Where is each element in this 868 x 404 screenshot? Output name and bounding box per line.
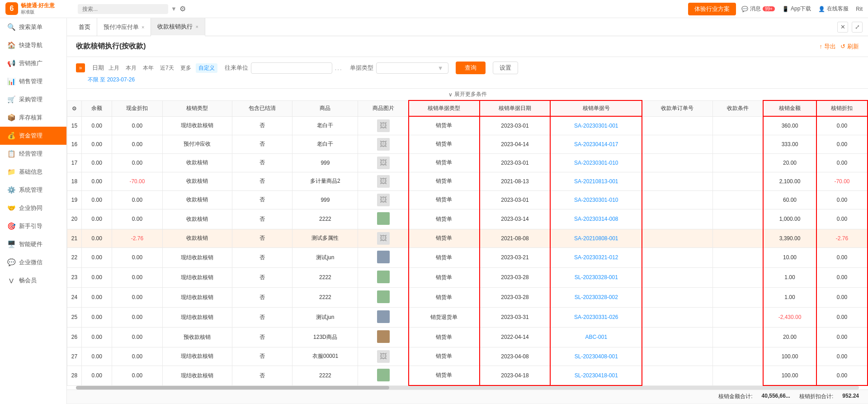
bill-no-link[interactable]: SA-20230301-010 <box>574 160 618 166</box>
query-button[interactable]: 查询 <box>456 62 486 74</box>
cell-cash-discount: 0.00 <box>112 267 162 287</box>
cell-balance: 0.00 <box>82 247 112 267</box>
bill-no-link[interactable]: SL-20230408-001 <box>575 353 618 360</box>
partner-input[interactable] <box>251 62 332 74</box>
cell-bill-no[interactable]: SA-20230314-008 <box>550 209 642 229</box>
sidebar-item-marketing[interactable]: 📢 营销推广 <box>0 54 66 72</box>
cell-discount: 0.00 <box>816 209 868 229</box>
cell-bill-no[interactable]: SA-20230301-010 <box>550 190 642 209</box>
this-month-link[interactable]: 本月 <box>124 63 138 73</box>
bill-type-filter: 单据类型 ▼ <box>350 62 448 74</box>
solution-button[interactable]: 体验行业方案 <box>688 3 736 15</box>
more-link[interactable]: 更多 <box>179 63 193 73</box>
tab-prepay[interactable]: 预付冲应付单 × <box>97 18 151 36</box>
cell-bill-no[interactable]: SA-20230301-001 <box>550 116 642 135</box>
cell-id: 25 <box>67 307 82 327</box>
bill-no-link[interactable]: SA-20210808-001 <box>574 235 618 242</box>
cell-goods: 123D商品 <box>292 327 358 347</box>
sidebar-item-purchase[interactable]: 🛒 采购管理 <box>0 90 66 109</box>
cell-bill-no[interactable]: ABC-001 <box>550 327 642 347</box>
cell-bill-no[interactable]: SA-20230414-017 <box>550 135 642 153</box>
sidebar-item-guide[interactable]: 🎯 新手引导 <box>0 217 66 235</box>
app-download-label: App下载 <box>791 5 811 13</box>
bill-no-link[interactable]: SL-20230328-001 <box>575 274 618 280</box>
cell-bill-no[interactable]: SL-20230328-001 <box>550 267 642 287</box>
bill-type-select[interactable]: ▼ <box>376 62 448 74</box>
logo-text: 畅捷通·好生意 <box>21 2 55 9</box>
sidebar-item-wechat[interactable]: 💬 企业微信 <box>0 253 66 271</box>
cell-bill-date: 2023-03-31 <box>480 307 551 327</box>
cell-bill-type: 销货单 <box>409 366 480 385</box>
export-button[interactable]: ↑ 导出 <box>820 43 836 51</box>
cell-id: 19 <box>67 190 82 209</box>
sidebar-item-member[interactable]: V 畅会员 <box>0 271 66 290</box>
bill-no-link[interactable]: SA-20230301-001 <box>574 123 618 129</box>
cell-bill-no[interactable]: SL-20230418-001 <box>550 366 642 385</box>
tab-home[interactable]: 首页 <box>72 18 97 36</box>
refresh-button[interactable]: ↺ 刷新 <box>840 43 859 51</box>
bill-no-link[interactable]: SA-20230321-012 <box>574 254 618 261</box>
tab-payment[interactable]: 收款核销执行 × <box>151 18 205 36</box>
sidebar-item-sales[interactable]: 📊 销售管理 <box>0 72 66 90</box>
bill-no-link[interactable]: SA-20230331-026 <box>574 314 618 320</box>
bill-no-link[interactable]: ABC-001 <box>585 334 607 340</box>
bill-no-link[interactable]: SA-20230314-008 <box>574 216 618 222</box>
sidebar-item-inventory[interactable]: 📦 库存核算 <box>0 109 66 127</box>
bill-no-link[interactable]: SA-20230414-017 <box>574 141 618 147</box>
this-year-link[interactable]: 本年 <box>141 63 156 73</box>
sidebar-item-basic[interactable]: 📁 基础信息 <box>0 163 66 181</box>
cell-bill-no[interactable]: SA-20210813-001 <box>550 172 642 190</box>
partner-filter: 往来单位 ... <box>225 62 343 74</box>
bill-no-link[interactable]: SL-20230328-002 <box>575 294 618 300</box>
th-settings[interactable]: ⚙ <box>67 100 82 116</box>
tab-home-label: 首页 <box>79 23 90 31</box>
bill-no-link[interactable]: SA-20230301-010 <box>574 197 618 203</box>
expand-button[interactable]: ∨ 展开更多条件 <box>448 90 487 98</box>
cell-id: 21 <box>67 229 82 247</box>
cell-bill-no[interactable]: SL-20230408-001 <box>550 347 642 366</box>
last7-link[interactable]: 近7天 <box>158 63 176 73</box>
sidebar-item-search[interactable]: 🔍 搜索菜单 <box>0 18 66 36</box>
cell-amount: 100.00 <box>763 347 816 366</box>
img-placeholder: 🖼 <box>377 232 390 245</box>
tab-prepay-close[interactable]: × <box>142 24 144 30</box>
cell-bill-no[interactable]: SA-20230321-012 <box>550 247 642 267</box>
bill-no-link[interactable]: SA-20210813-001 <box>574 178 618 185</box>
online-service-item[interactable]: 👤 在线客服 <box>818 5 849 13</box>
sidebar-item-management[interactable]: 📋 经营管理 <box>0 145 66 163</box>
settings-icon[interactable]: ⚙ <box>179 5 186 13</box>
sidebar-item-system[interactable]: ⚙️ 系统管理 <box>0 181 66 199</box>
page-content: 收款核销执行(按收款) ↑ 导出 ↺ 刷新 » 日期 <box>67 36 868 404</box>
tab-close-all-button[interactable]: ✕ <box>837 22 848 33</box>
cell-order-no <box>642 135 712 153</box>
search-input[interactable] <box>78 4 168 14</box>
last-month-link[interactable]: 上月 <box>107 63 121 73</box>
cell-condition <box>712 209 763 229</box>
cell-balance: 0.00 <box>82 229 112 247</box>
footer-discount-label: 核销折扣合计: <box>799 393 833 400</box>
user-label: Rit <box>856 6 863 12</box>
cell-included: 否 <box>232 135 292 153</box>
message-item[interactable]: 💬 消息 99+ <box>741 5 775 13</box>
collapse-toggle[interactable]: » <box>76 63 85 72</box>
dots-icon[interactable]: ... <box>335 65 343 71</box>
custom-link[interactable]: 自定义 <box>196 63 217 73</box>
cell-included: 否 <box>232 287 292 307</box>
sidebar-item-nav[interactable]: 🏠 快捷导航 <box>0 36 66 54</box>
user-item[interactable]: Rit <box>856 6 863 12</box>
cell-type: 收款核销 <box>162 190 232 209</box>
cell-bill-no[interactable]: SA-20230301-010 <box>550 153 642 172</box>
tab-maximize-button[interactable]: ⤢ <box>852 22 863 33</box>
table-footer: 核销金额合计: 40,556,66... 核销折扣合计: 952.24 <box>67 390 868 403</box>
tab-payment-close[interactable]: × <box>195 24 198 29</box>
table-row: 27 0.00 0.00 现结收款核销 否 衣服00001 🖼 销货单 2023… <box>67 347 868 366</box>
cell-bill-no[interactable]: SA-20210808-001 <box>550 229 642 247</box>
sidebar-item-finance[interactable]: 💰 资金管理 <box>0 127 66 145</box>
app-download-item[interactable]: 📱 App下载 <box>782 5 811 13</box>
bill-no-link[interactable]: SL-20230418-001 <box>575 372 618 379</box>
filter-settings-button[interactable]: 设置 <box>493 62 518 74</box>
sidebar-item-hardware[interactable]: 🖥️ 智能硬件 <box>0 235 66 253</box>
cell-bill-no[interactable]: SA-20230331-026 <box>550 307 642 327</box>
sidebar-item-collab[interactable]: 🤝 企业协同 <box>0 199 66 217</box>
cell-bill-no[interactable]: SL-20230328-002 <box>550 287 642 307</box>
